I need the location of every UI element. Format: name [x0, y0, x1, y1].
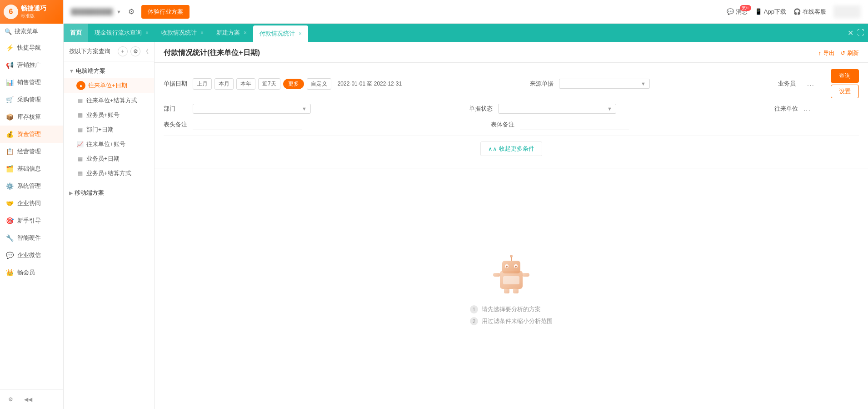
tab-close-all-btn[interactable]: ✕: [848, 29, 853, 37]
tab-new-scheme-label: 新建方案: [216, 29, 240, 37]
tab-new-scheme-close[interactable]: ×: [244, 30, 247, 36]
query-btn[interactable]: 查询: [831, 69, 859, 83]
tab-bank-flow-label: 现金银行流水查询: [95, 29, 142, 37]
scheme-item-partner-account[interactable]: 📈 往来单位+账号: [64, 137, 154, 151]
topbar-service-btn[interactable]: 🎧 在线客服: [793, 8, 826, 16]
this-year-btn[interactable]: 本年: [236, 78, 255, 90]
custom-btn[interactable]: 自定义: [307, 78, 331, 90]
sidebar-item-cooperation[interactable]: 🤝 企业协同: [0, 195, 63, 212]
sidebar-item-sales[interactable]: 📊 销售管理: [0, 74, 63, 91]
export-icon: ↑: [818, 50, 822, 56]
mobile-group-label: 移动端方案: [75, 189, 104, 197]
sidebar-item-vip[interactable]: 👑 畅会员: [0, 264, 63, 281]
scheme-item-dept-date[interactable]: ▦ 部门+日期: [64, 122, 154, 137]
last-month-btn[interactable]: 上月: [193, 78, 212, 90]
scheme-panel: 按以下方案查询 + ⚙ 《 ▼ 电脑端方案 ● 往来单位+日期: [64, 42, 155, 409]
scheme-item-dept-date-label: 部门+日期: [86, 126, 114, 134]
basic-info-icon: 🗂️: [5, 165, 14, 173]
table-icon-4: ▦: [76, 155, 84, 162]
table-header-note-label: 表头备注: [164, 121, 189, 129]
search-icon: 🔍: [5, 28, 12, 35]
logo-icon: 6: [4, 5, 18, 19]
tab-fullscreen-btn[interactable]: ⛶: [857, 29, 864, 37]
topbar-settings-icon[interactable]: ⚙: [125, 5, 138, 18]
scheme-panel-title: 按以下方案查询: [69, 47, 110, 56]
tab-receipt-stats-label: 收款情况统计: [161, 29, 197, 37]
capital-label: 资金管理: [17, 130, 41, 138]
source-bill-select[interactable]: ▼: [559, 79, 650, 89]
footer-collapse-btn[interactable]: ◀◀: [20, 394, 36, 404]
table-header-note-group: 表头备注: [164, 119, 302, 130]
trial-btn[interactable]: 体验行业方案: [141, 5, 190, 19]
last7-btn[interactable]: 近7天: [258, 78, 280, 90]
more-btn[interactable]: 更多: [283, 79, 304, 89]
bill-status-select[interactable]: ▼: [498, 104, 616, 114]
sidebar-item-basic-info[interactable]: 🗂️ 基础信息: [0, 160, 63, 177]
sidebar-item-hardware[interactable]: 🔧 智能硬件: [0, 229, 63, 247]
tab-payment-stats[interactable]: 付款情况统计 ×: [253, 25, 308, 42]
sidebar-item-purchase[interactable]: 🛒 采购管理: [0, 91, 63, 108]
scheme-collapse-btn[interactable]: 《: [143, 48, 149, 56]
collapse-label: 收起更多条件: [499, 145, 534, 153]
tab-payment-stats-close[interactable]: ×: [299, 30, 302, 37]
topbar-app-btn[interactable]: 📱 App下载: [755, 8, 786, 16]
partner-group: 往来单位 ...: [774, 105, 811, 113]
scheme-item-partner-settle[interactable]: ▦ 往来单位+结算方式: [64, 93, 154, 108]
table-body-note-group: 表体备注: [491, 119, 629, 130]
refresh-btn[interactable]: ↺ 刷新: [840, 49, 859, 57]
sidebar-item-capital[interactable]: 💰 资金管理: [0, 126, 63, 143]
scheme-mobile-header[interactable]: ▶ 移动端方案: [64, 186, 154, 200]
sidebar-item-quick-nav[interactable]: ⚡ 快捷导航: [0, 39, 63, 56]
content-area: 按以下方案查询 + ⚙ 《 ▼ 电脑端方案 ● 往来单位+日期: [64, 42, 868, 409]
sidebar-item-guide[interactable]: 🎯 新手引导: [0, 212, 63, 229]
topbar-dropdown-arrow[interactable]: ▼: [116, 9, 121, 15]
sidebar-item-marketing[interactable]: 📢 营销推广: [0, 56, 63, 74]
tab-bank-flow-close[interactable]: ×: [145, 30, 149, 36]
tab-receipt-stats-close[interactable]: ×: [200, 30, 204, 36]
scheme-item-salesman-account[interactable]: ▦ 业务员+账号: [64, 108, 154, 122]
export-label: 导出: [823, 49, 835, 57]
scheme-item-partner-date[interactable]: ● 往来单位+日期: [64, 78, 154, 93]
collapse-conditions-btn[interactable]: ∧∧ 收起更多条件: [480, 141, 542, 156]
bill-status-group: 单据状态 ▼: [469, 104, 616, 114]
tab-bank-flow[interactable]: 现金银行流水查询 ×: [88, 24, 155, 42]
tab-home[interactable]: 首页: [64, 24, 88, 42]
guide-icon: 🎯: [5, 217, 14, 225]
sidebar-item-wechat[interactable]: 💬 企业微信: [0, 247, 63, 264]
scheme-item-salesman-account-label: 业务员+账号: [86, 111, 120, 119]
sidebar-item-operation[interactable]: 📋 经营管理: [0, 143, 63, 160]
topbar-avatar[interactable]: [833, 5, 861, 18]
tabbar-spacer: [308, 24, 844, 42]
scheme-item-salesman-date[interactable]: ▦ 业务员+日期: [64, 151, 154, 166]
scheme-desktop-header[interactable]: ▼ 电脑端方案: [64, 64, 154, 78]
svg-rect-11: [513, 288, 519, 293]
filter-settings-btn[interactable]: 设置: [831, 85, 859, 98]
partner-select[interactable]: ...: [803, 105, 811, 113]
export-btn[interactable]: ↑ 导出: [818, 49, 835, 57]
scheme-add-btn[interactable]: +: [118, 46, 128, 56]
scheme-settings-btn[interactable]: ⚙: [130, 46, 140, 56]
dept-select[interactable]: ▼: [193, 104, 311, 114]
table-icon-1: ▦: [76, 97, 84, 104]
sidebar: 6 畅捷通巧 标准版 🔍 搜索菜单 ⚡ 快捷导航 📢 营销推广 📊 销售管理 🛒…: [0, 0, 64, 409]
source-bill-arrow: ▼: [641, 81, 646, 86]
dept-label: 部门: [164, 105, 189, 113]
sidebar-item-system[interactable]: ⚙️ 系统管理: [0, 177, 63, 195]
footer-settings-btn[interactable]: ⚙: [5, 394, 17, 404]
cooperation-label: 企业协同: [17, 199, 41, 207]
salesman-select[interactable]: ...: [807, 80, 814, 88]
this-month-btn[interactable]: 本月: [215, 78, 234, 90]
tab-new-scheme[interactable]: 新建方案 ×: [210, 24, 253, 42]
topbar-msg-btn[interactable]: 💬 消息 99+: [727, 8, 748, 16]
svg-rect-8: [493, 273, 500, 277]
scheme-item-salesman-settle[interactable]: ▦ 业务员+结算方式: [64, 166, 154, 181]
empty-tip-row-2: 2 用过滤条件来缩小分析范围: [470, 317, 553, 325]
sidebar-search[interactable]: 🔍 搜索菜单: [0, 24, 63, 39]
sidebar-item-inventory[interactable]: 📦 库存核算: [0, 108, 63, 126]
tab-payment-stats-label: 付款情况统计: [259, 30, 295, 38]
right-main-panel: 付款情况统计(往来单位+日期) ↑ 导出 ↺ 刷新: [155, 42, 868, 409]
tab-receipt-stats[interactable]: 收款情况统计 ×: [155, 24, 210, 42]
table-header-note-input[interactable]: [193, 119, 302, 130]
table-body-note-input[interactable]: [520, 119, 629, 130]
msg-badge: 99+: [740, 5, 751, 11]
